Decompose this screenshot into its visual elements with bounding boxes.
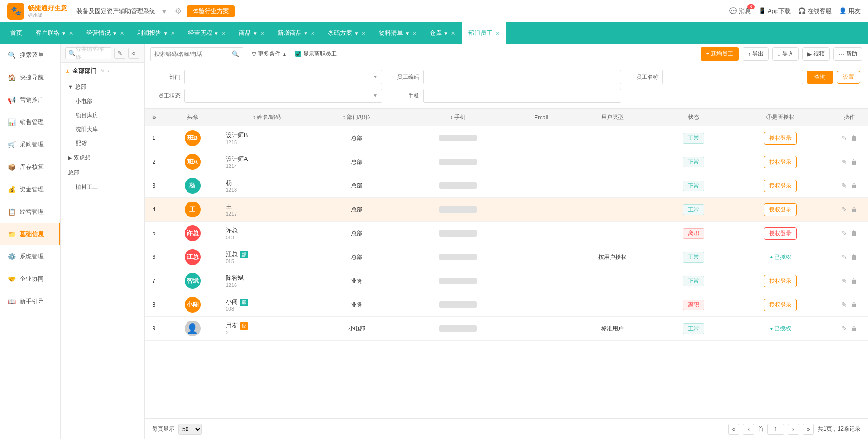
tree-item-dispatch[interactable]: 配货: [61, 136, 144, 150]
edit-icon[interactable]: ✎: [841, 158, 847, 166]
edit-icon[interactable]: ✎: [841, 301, 847, 308]
more-button[interactable]: ⋯ 帮助: [833, 47, 862, 61]
search-submit-icon[interactable]: 🔍: [232, 50, 239, 57]
search-button[interactable]: 查询: [807, 71, 833, 84]
nav-item-materials[interactable]: 物料清单 ▼ ✕: [372, 22, 423, 44]
emp-status-select[interactable]: ▼: [184, 89, 382, 103]
app-download-btn[interactable]: 📱 App下载: [758, 7, 791, 15]
page-number-input[interactable]: [767, 424, 784, 435]
nav-item-profit[interactable]: 利润报告 ▼ ✕: [131, 22, 181, 44]
auth-button[interactable]: 授权登录: [764, 132, 797, 145]
sidebar-item-basic[interactable]: 📁 基础信息: [0, 223, 60, 245]
nav-close-business[interactable]: ✕: [120, 30, 124, 36]
tree-item-headquarters[interactable]: ▼ 总部: [61, 79, 144, 94]
nav-item-warehouse[interactable]: 仓库 ▼ ✕: [423, 22, 462, 44]
nav-close-materials[interactable]: ✕: [412, 30, 417, 36]
last-page-btn[interactable]: »: [803, 424, 814, 435]
delete-icon[interactable]: 🗑: [851, 325, 857, 332]
message-btn[interactable]: 💬 消息 6: [729, 7, 751, 15]
delete-icon[interactable]: 🗑: [851, 253, 857, 261]
search-input[interactable]: [154, 51, 230, 57]
nav-item-home[interactable]: 首页: [4, 22, 29, 44]
tree-search-box[interactable]: 🔍 分类编码/名称: [65, 47, 111, 59]
sidebar-item-inventory[interactable]: 📦 库存核算: [0, 156, 60, 178]
sidebar-item-system[interactable]: ⚙️ 系统管理: [0, 245, 60, 268]
sidebar-item-search[interactable]: 🔍 搜索菜单: [0, 44, 60, 66]
edit-icon[interactable]: ✎: [841, 182, 847, 189]
nav-close-profit[interactable]: ✕: [171, 30, 175, 36]
nav-close-customer[interactable]: ✕: [69, 30, 73, 36]
nav-item-customer[interactable]: 客户联络 ▼ ✕: [29, 22, 80, 44]
tree-item-zhishu[interactable]: 植树王三: [61, 180, 144, 194]
sidebar-item-operations[interactable]: 📋 经营管理: [0, 201, 60, 223]
sidebar-item-purchase[interactable]: 🛒 采购管理: [0, 133, 60, 156]
col-settings[interactable]: ⚙: [145, 109, 163, 126]
nav-item-goods[interactable]: 商品 ▼ ✕: [232, 22, 271, 44]
auth-button-resigned[interactable]: 授权登录: [764, 227, 797, 240]
prev-page-btn[interactable]: ‹: [743, 424, 754, 435]
tree-item-elec[interactable]: 小电部: [61, 94, 144, 108]
tree-edit-btn[interactable]: ✎: [114, 48, 125, 59]
import-button[interactable]: ↓ 导入: [772, 47, 799, 61]
tree-collapse-btn[interactable]: «: [128, 48, 139, 59]
nav-close-barcode[interactable]: ✕: [361, 30, 366, 36]
delete-icon[interactable]: 🗑: [851, 182, 857, 189]
tree-item-shenyang[interactable]: 沈阳大库: [61, 122, 144, 136]
next-page-btn[interactable]: ›: [788, 424, 799, 435]
online-service-btn[interactable]: 🎧 在线客服: [798, 7, 832, 15]
auth-button[interactable]: 授权登录: [764, 156, 797, 168]
edit-icon[interactable]: ✎: [841, 253, 847, 261]
delete-icon[interactable]: 🗑: [851, 301, 857, 308]
edit-icon[interactable]: ✎: [841, 325, 847, 332]
emp-code-input[interactable]: [423, 70, 621, 84]
nav-close-history[interactable]: ✕: [222, 30, 226, 36]
nav-close-new-goods[interactable]: ✕: [311, 30, 315, 36]
edit-icon[interactable]: ✎: [841, 230, 847, 237]
delete-icon[interactable]: 🗑: [851, 158, 857, 166]
first-page-btn[interactable]: «: [728, 424, 739, 435]
per-page-select[interactable]: 50 100 200: [178, 424, 202, 435]
nav-close-warehouse[interactable]: ✕: [451, 30, 455, 36]
auth-button[interactable]: 授权登录: [764, 275, 797, 287]
auth-button[interactable]: 授权登录: [764, 299, 797, 311]
sidebar-item-marketing[interactable]: 📢 营销推广: [0, 89, 60, 111]
tree-section-all[interactable]: ⊞ 全部部门 ✎ ›: [61, 63, 144, 79]
user-btn[interactable]: 👤 用友: [839, 7, 861, 15]
view-button[interactable]: ▶ 视频: [802, 47, 830, 61]
emp-name-input[interactable]: [662, 70, 803, 84]
col-phone[interactable]: ↕ 手机: [402, 109, 514, 126]
nav-item-employee[interactable]: 部门员工 ✕: [462, 22, 506, 44]
sidebar-item-sales[interactable]: 📊 销售管理: [0, 111, 60, 133]
sidebar-item-guide[interactable]: 📖 新手引导: [0, 290, 60, 313]
more-filter-btn[interactable]: ▽ 更多条件 ▲: [248, 48, 291, 60]
edit-icon[interactable]: ✎: [841, 277, 847, 285]
trial-button[interactable]: 体验行业方案: [187, 5, 235, 17]
sidebar-item-finance[interactable]: 💰 资金管理: [0, 178, 60, 201]
edit-icon[interactable]: ✎: [841, 206, 847, 213]
show-resigned-checkbox[interactable]: [295, 51, 301, 57]
delete-icon[interactable]: 🗑: [851, 230, 857, 237]
sidebar-item-nav[interactable]: 🏠 快捷导航: [0, 66, 60, 89]
sidebar-item-collab[interactable]: 🤝 企业协同: [0, 268, 60, 290]
auth-button[interactable]: 授权登录: [764, 203, 797, 216]
nav-item-business[interactable]: 经营情况 ▼ ✕: [80, 22, 131, 44]
search-box[interactable]: 🔍: [150, 47, 243, 61]
phone-input[interactable]: [423, 89, 621, 103]
add-employee-button[interactable]: + 新增员工: [701, 47, 739, 61]
dept-select[interactable]: ▼: [184, 70, 382, 84]
nav-item-history[interactable]: 经营历程 ▼ ✕: [181, 22, 232, 44]
delete-icon[interactable]: 🗑: [851, 134, 857, 142]
export-button[interactable]: ↑ 导出: [743, 47, 769, 61]
nav-item-barcode[interactable]: 条码方案 ▼ ✕: [321, 22, 372, 44]
delete-icon[interactable]: 🗑: [851, 277, 857, 285]
nav-item-new-goods[interactable]: 新增商品 ▼ ✕: [271, 22, 322, 44]
set-button[interactable]: 设置: [837, 71, 860, 84]
tree-item-hq2[interactable]: 总部: [61, 165, 144, 180]
show-resigned-label[interactable]: 显示离职员工: [295, 50, 337, 58]
col-name[interactable]: ↕ 姓名/编码: [222, 109, 312, 126]
edit-icon[interactable]: ✎: [841, 134, 847, 142]
tree-item-shuanghu[interactable]: ▶ 双虎想: [61, 150, 144, 165]
tree-item-project[interactable]: 项目库房: [61, 108, 144, 122]
nav-close-employee[interactable]: ✕: [495, 30, 500, 36]
nav-close-goods[interactable]: ✕: [260, 30, 264, 36]
